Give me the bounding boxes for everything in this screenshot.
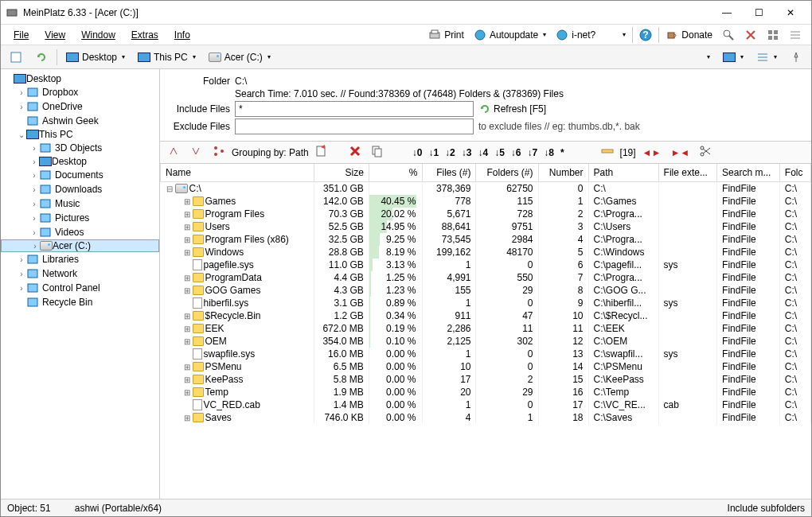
nav-refresh-button[interactable]: [29, 48, 53, 67]
menu-view[interactable]: View: [37, 27, 73, 43]
inet-button[interactable]: i-net?▾: [551, 27, 630, 43]
group-tool-2[interactable]: [187, 143, 206, 161]
resize-left-button[interactable]: ◄►: [639, 146, 665, 160]
tree-item-downloads[interactable]: ›Downloads: [1, 182, 159, 196]
table-row[interactable]: ⊞Program Files70.3 GB20.02 %5,6717282C:\…: [161, 208, 811, 220]
tree-item-this-pc[interactable]: ⌄This PC: [1, 128, 159, 141]
nav-acer[interactable]: Acer (C:)▾: [203, 49, 276, 66]
tree-item-dropbox[interactable]: ›Dropbox: [1, 85, 159, 99]
tool-icon-2[interactable]: [740, 27, 762, 43]
table-row[interactable]: ⊞Program Files (x86)32.5 GB9.25 %73,5452…: [161, 233, 811, 246]
column-header[interactable]: Folc: [779, 164, 810, 182]
tree-item-network[interactable]: ›Network: [1, 266, 159, 281]
nav-thispc[interactable]: This PC▾: [132, 49, 201, 66]
include-files-input[interactable]: [235, 101, 474, 117]
table-row[interactable]: ⊞OEM354.0 MB0.10 %2,12530212C:\OEMFindFi…: [161, 335, 811, 348]
tree-twisty[interactable]: ›: [29, 157, 39, 166]
table-row[interactable]: ⊞Temp1.9 MB0.00 %202916C:\TempFindFileC:…: [161, 386, 811, 398]
table-row[interactable]: ⊞Windows28.8 GB8.19 %199,162481705C:\Win…: [161, 246, 811, 258]
column-header[interactable]: Path: [588, 164, 658, 182]
expand-toggle[interactable]: ⊞: [183, 286, 191, 295]
table-row[interactable]: pagefile.sys11.0 GB3.13 %106C:\pagefil..…: [161, 258, 811, 271]
table-row[interactable]: ⊞$Recycle.Bin1.2 GB0.34 %9114710C:\$Recy…: [161, 309, 811, 322]
donate-button[interactable]: Donate: [661, 27, 717, 43]
expand-toggle[interactable]: ⊞: [183, 312, 191, 321]
table-row[interactable]: ⊞EEK672.0 MB0.19 %2,2861111C:\EEKFindFil…: [161, 322, 811, 335]
nav-desktop[interactable]: Desktop▾: [61, 49, 131, 66]
expand-toggle[interactable]: ⊞: [183, 274, 191, 282]
menu-extras[interactable]: Extras: [123, 27, 166, 43]
tree-item-libraries[interactable]: ›Libraries: [1, 252, 159, 266]
column-header[interactable]: %: [369, 164, 423, 182]
tree-twisty[interactable]: ›: [17, 103, 26, 111]
table-row[interactable]: VC_RED.cab1.4 MB0.00 %1017C:\VC_RE...cab…: [161, 398, 811, 411]
expand-toggle[interactable]: ⊞: [183, 388, 191, 397]
table-row[interactable]: ⊞PSMenu6.5 MB0.00 %10014C:\PSMenuFindFil…: [161, 360, 811, 373]
ruler-button[interactable]: [598, 143, 617, 161]
copy-button[interactable]: [368, 143, 387, 161]
expand-toggle[interactable]: ⊞: [183, 363, 191, 371]
tree-twisty[interactable]: ›: [29, 200, 39, 208]
delete-button[interactable]: [345, 143, 365, 161]
menu-file[interactable]: File: [6, 27, 37, 43]
level-L4[interactable]: ↓4: [474, 146, 491, 159]
toolbar-view-dd[interactable]: ▾: [700, 50, 716, 64]
tool-icon-1[interactable]: [717, 27, 740, 43]
level-L7[interactable]: ↓7: [525, 146, 541, 159]
tool-icon-3[interactable]: [762, 27, 784, 43]
table-row[interactable]: ⊞Saves746.0 KB0.00 %4118C:\SavesFindFile…: [161, 411, 811, 424]
exclude-files-input[interactable]: [235, 119, 474, 134]
level-L2[interactable]: ↓2: [442, 146, 459, 159]
toolbar-list[interactable]: ▾: [751, 48, 783, 67]
expand-toggle[interactable]: ⊞: [183, 375, 191, 384]
tool-icon-4[interactable]: [784, 27, 806, 43]
level-L0[interactable]: ↓0: [409, 146, 426, 159]
expand-toggle[interactable]: ⊞: [183, 197, 191, 206]
nav-new-button[interactable]: [4, 48, 28, 67]
column-header[interactable]: Search m...: [717, 164, 780, 182]
expand-toggle[interactable]: ⊞: [183, 210, 191, 219]
expand-toggle[interactable]: ⊞: [183, 325, 191, 333]
tree-twisty[interactable]: ›: [17, 88, 26, 97]
column-header[interactable]: Size: [314, 164, 369, 182]
level-*[interactable]: *: [557, 146, 568, 159]
level-L1[interactable]: ↓1: [425, 146, 442, 159]
close-button[interactable]: ✕: [775, 2, 806, 24]
tree-twisty[interactable]: ›: [29, 228, 39, 237]
tree-item-desktop[interactable]: ›Desktop: [1, 155, 159, 168]
folder-tree[interactable]: Desktop›Dropbox›OneDriveAshwin Geek⌄This…: [1, 69, 160, 499]
help-button[interactable]: ?: [634, 27, 657, 43]
tree-item-music[interactable]: ›Music: [1, 196, 159, 211]
level-L8[interactable]: ↓8: [541, 146, 557, 159]
group-export[interactable]: [312, 143, 331, 161]
table-row[interactable]: ⊞KeePass5.8 MB0.00 %17215C:\KeePassFindF…: [161, 373, 811, 386]
maximize-button[interactable]: ☐: [743, 2, 775, 24]
table-row[interactable]: ⊞Games142.0 GB40.45 %7781151C:\GamesFind…: [161, 195, 811, 208]
group-tool-3[interactable]: [209, 143, 228, 161]
toolbar-pin[interactable]: [784, 48, 808, 67]
tree-twisty[interactable]: ›: [17, 270, 26, 278]
tree-item-ashwin-geek[interactable]: Ashwin Geek: [1, 114, 159, 128]
tree-twisty[interactable]: ›: [30, 242, 40, 251]
tree-item-recycle-bin[interactable]: Recycle Bin: [1, 295, 159, 309]
tree-item-control-panel[interactable]: ›Control Panel: [1, 281, 159, 295]
tree-twisty[interactable]: ›: [29, 144, 39, 153]
column-header[interactable]: Folders (#): [476, 164, 538, 182]
table-row[interactable]: ⊞ProgramData4.4 GB1.25 %4,9915507C:\Prog…: [161, 271, 811, 284]
menu-info[interactable]: Info: [166, 27, 198, 43]
tree-item-pictures[interactable]: ›Pictures: [1, 211, 159, 225]
level-L6[interactable]: ↓6: [508, 146, 525, 159]
level-L3[interactable]: ↓3: [459, 146, 475, 159]
print-button[interactable]: Print: [424, 27, 469, 43]
column-header[interactable]: Files (#): [423, 164, 476, 182]
column-header[interactable]: Name: [161, 164, 314, 182]
expand-toggle[interactable]: ⊞: [183, 414, 191, 422]
expand-toggle[interactable]: ⊞: [183, 337, 191, 346]
scissors-button[interactable]: [696, 143, 715, 161]
minimize-button[interactable]: —: [711, 2, 743, 24]
tree-twisty[interactable]: ›: [29, 171, 39, 180]
table-row[interactable]: swapfile.sys16.0 MB0.00 %1013C:\swapfil.…: [161, 348, 811, 360]
tree-twisty[interactable]: ›: [29, 185, 39, 194]
refresh-button[interactable]: Refresh [F5]: [478, 103, 546, 115]
table-row[interactable]: ⊟C:\351.0 GB378,369627500C:\FindFileC:\: [161, 182, 811, 196]
